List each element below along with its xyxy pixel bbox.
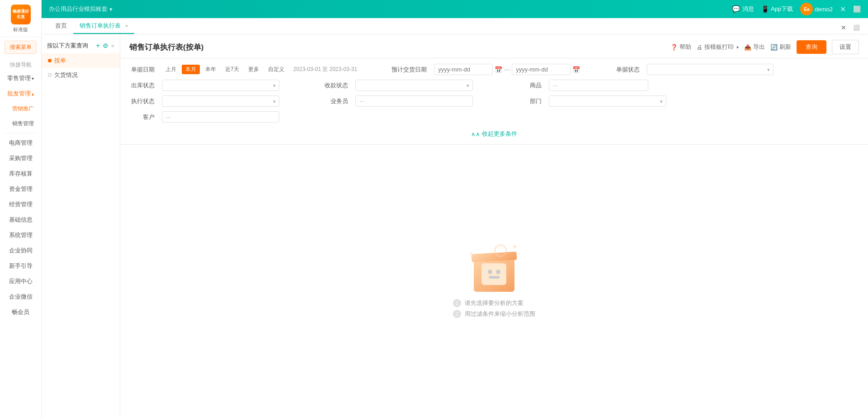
date-tab-7days[interactable]: 近7天 xyxy=(222,65,243,74)
date-tab-this-month[interactable]: 本月 xyxy=(182,65,200,74)
panel-item-by-order[interactable]: 按单 xyxy=(42,53,120,68)
filter-area: 单据日期 上月 本月 本年 近7天 更多 自定义 2023-03-01 至 20… xyxy=(120,58,868,145)
industry-label: 办公用品行业模拟账套 xyxy=(49,5,108,13)
tab-close-button[interactable]: ✕ xyxy=(839,23,848,32)
user-avatar: Ea xyxy=(800,3,813,15)
filter-row-3: 执行状态 业务员 ··· 部门 xyxy=(129,95,859,107)
status-select[interactable] xyxy=(647,64,774,75)
content-area: 按以下方案查询 + ⚙ « 按单 欠货情况 销售订单执行表(按单) xyxy=(42,34,868,418)
refresh-button[interactable]: 🔄 刷新 xyxy=(770,43,791,51)
empty-state: ✦ ✦ 1 请先选择要分析的方案 xyxy=(120,145,868,418)
panel-collapse-button[interactable]: « xyxy=(111,43,114,49)
sidebar-item-finance[interactable]: 资金管理 xyxy=(0,181,41,197)
print-button[interactable]: 🖨 按模板打印 ▾ xyxy=(697,43,739,51)
customer-input-wrap[interactable]: ··· xyxy=(162,111,279,123)
quick-nav-label: 快捷导航 xyxy=(0,57,41,71)
execution-label: 执行状态 xyxy=(129,97,155,105)
tip-num-1: 1 xyxy=(453,299,461,307)
sidebar-item-basic-info[interactable]: 基础信息 xyxy=(0,212,41,228)
panel-header-actions: + ⚙ « xyxy=(96,42,114,49)
empty-tip-2: 2 用过滤条件来缩小分析范围 xyxy=(453,310,535,318)
panel-settings-button[interactable]: ⚙ xyxy=(103,43,108,49)
app-download-label: App下载 xyxy=(771,5,793,13)
sidebar-item-inventory[interactable]: 库存核算 xyxy=(0,166,41,181)
date-tab-more[interactable]: 更多 xyxy=(245,65,263,74)
right-content: 销售订单执行表(按单) ❓ 帮助 🖨 按模板打印 ▾ 📤 导出 xyxy=(120,34,868,418)
date-tab-this-year[interactable]: 本年 xyxy=(202,65,220,74)
user-menu[interactable]: Ea demo2 xyxy=(800,3,833,15)
sidebar-item-system[interactable]: 系统管理 xyxy=(0,228,41,243)
sidebar-item-app-center[interactable]: 应用中心 xyxy=(0,274,41,289)
collapse-filter-button[interactable]: ∧∧ 收起更多条件 xyxy=(129,127,859,139)
eye-left xyxy=(488,270,492,274)
tab-sales-order[interactable]: 销售订单执行表 × xyxy=(73,19,134,34)
box-mouth xyxy=(489,276,500,279)
sidebar-item-marketing[interactable]: 营销推广 xyxy=(0,101,41,116)
export-button[interactable]: 📤 导出 xyxy=(744,43,765,51)
sidebar-item-operations[interactable]: 经营管理 xyxy=(0,197,41,212)
sidebar-item-member[interactable]: 畅会员 xyxy=(0,304,41,320)
filter-row-4: 客户 ··· xyxy=(129,111,859,123)
tab-close-icon[interactable]: × xyxy=(125,23,128,28)
active-dot-icon xyxy=(48,59,52,62)
date-tab-last-month[interactable]: 上月 xyxy=(162,65,180,74)
sidebar: 畅捷通好生意 标准版 搜索菜单 快捷导航 零售管理 ▾ 批发管理 ▴ 营销推广 … xyxy=(0,0,42,418)
app-download-button[interactable]: 📱 App下载 xyxy=(761,5,793,13)
panel-header: 按以下方案查询 + ⚙ « xyxy=(42,40,120,53)
topbar-right: 💬 消息 📱 App下载 Ea demo2 ✕ ⬜ xyxy=(732,3,861,15)
sidebar-item-purchase[interactable]: 采购管理 xyxy=(0,151,41,166)
industry-dropdown-icon[interactable]: ▾ xyxy=(109,6,113,13)
dept-select[interactable] xyxy=(549,95,666,107)
star-decoration-1: ✦ xyxy=(512,243,518,250)
sidebar-item-wholesale[interactable]: 批发管理 ▴ xyxy=(0,86,41,101)
date-separator: — xyxy=(504,66,510,73)
date-tab-custom[interactable]: 自定义 xyxy=(264,65,288,74)
expected-date-group: 📅 — 📅 xyxy=(434,64,580,75)
sidebar-item-sales[interactable]: 销售管理 xyxy=(0,116,41,131)
export-icon: 📤 xyxy=(744,44,751,51)
status-select-wrap xyxy=(647,64,774,75)
expected-date-start-input[interactable] xyxy=(434,64,493,75)
customer-label: 客户 xyxy=(129,113,155,121)
tab-fullscreen-button[interactable]: ⬜ xyxy=(852,23,861,32)
sidebar-item-enterprise[interactable]: 企业协同 xyxy=(0,243,41,258)
reset-button[interactable]: 设置 xyxy=(832,40,859,54)
sidebar-item-ecommerce[interactable]: 电商管理 xyxy=(0,135,41,151)
sidebar-search-area: 搜索菜单 xyxy=(0,37,41,57)
box-eyes xyxy=(488,270,500,274)
eye-right xyxy=(496,270,500,274)
date-label: 单据日期 xyxy=(129,66,155,74)
calendar-start-icon[interactable]: 📅 xyxy=(495,66,502,73)
delivery-select-wrap xyxy=(162,80,279,91)
calendar-end-icon[interactable]: 📅 xyxy=(572,66,580,73)
search-button[interactable]: 查询 xyxy=(797,40,826,54)
dept-label: 部门 xyxy=(516,97,542,105)
print-icon: 🖨 xyxy=(697,44,703,51)
help-icon: ❓ xyxy=(670,44,678,51)
box-circle-decoration xyxy=(494,244,507,257)
box-face xyxy=(481,263,506,285)
salesman-input-wrap[interactable]: ··· xyxy=(355,95,473,107)
execution-select-wrap xyxy=(162,95,279,107)
message-button[interactable]: 💬 消息 xyxy=(732,5,754,13)
close-window-icon[interactable]: ✕ xyxy=(840,5,846,14)
sidebar-item-guide[interactable]: 新手引导 xyxy=(0,258,41,274)
user-name: demo2 xyxy=(815,6,833,13)
tab-home[interactable]: 首页 xyxy=(49,19,73,34)
maximize-window-icon[interactable]: ⬜ xyxy=(853,5,861,13)
empty-tip-1: 1 请先选择要分析的方案 xyxy=(453,299,535,307)
star-decoration-2: ✦ xyxy=(469,251,473,256)
sidebar-item-wechat[interactable]: 企业微信 xyxy=(0,289,41,304)
receipt-select[interactable] xyxy=(355,80,473,91)
sidebar-item-retail[interactable]: 零售管理 ▾ xyxy=(0,71,41,86)
chevron-down-icon: ▾ xyxy=(32,76,34,81)
help-button[interactable]: ❓ 帮助 xyxy=(670,43,691,51)
panel-item-shortage[interactable]: 欠货情况 xyxy=(42,68,120,82)
delivery-select[interactable] xyxy=(162,80,279,91)
search-menu-button[interactable]: 搜索菜单 xyxy=(5,41,37,54)
date-range-display: 2023-03-01 至 2023-03-31 xyxy=(293,66,357,73)
execution-select[interactable] xyxy=(162,95,279,107)
panel-add-button[interactable]: + xyxy=(96,42,100,49)
goods-input-wrap[interactable]: ··· xyxy=(549,80,648,91)
expected-date-end-input[interactable] xyxy=(512,64,571,75)
